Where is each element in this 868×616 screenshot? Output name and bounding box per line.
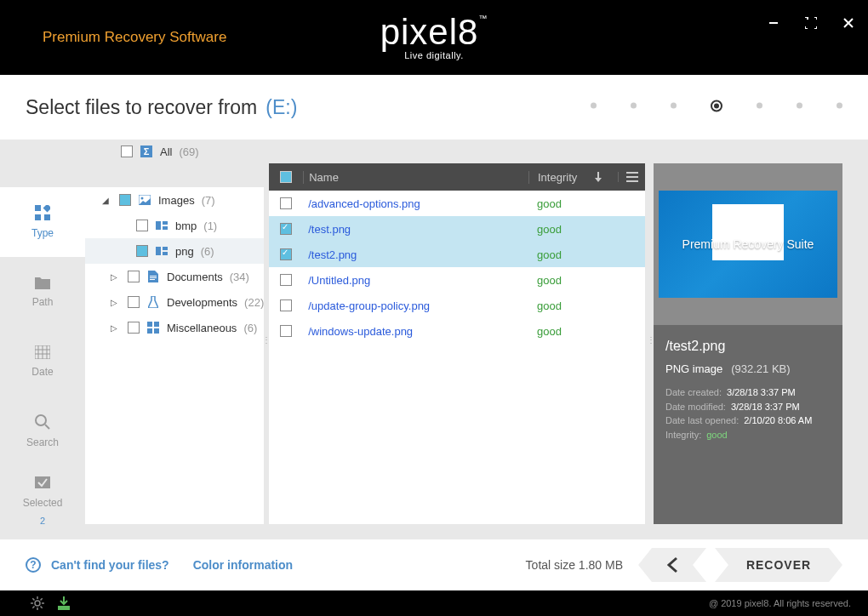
- tab-selected[interactable]: Selected 2: [0, 466, 85, 536]
- file-name: /update-group-policy.png: [303, 299, 528, 312]
- preview-panel: Premium Recovery Suite /test2.png PNG im…: [654, 163, 842, 524]
- category-tree: ◢ Images (7) bmp (1) png (6): [85, 187, 264, 524]
- checkbox[interactable]: [119, 194, 131, 206]
- file-row[interactable]: /windows-update.pnggood: [269, 318, 645, 344]
- tab-search[interactable]: Search: [0, 396, 85, 466]
- tab-path[interactable]: Path: [0, 257, 85, 327]
- settings-icon[interactable]: [31, 596, 44, 610]
- select-all-checkbox[interactable]: [280, 171, 292, 183]
- file-list-header: Name Integrity: [269, 163, 645, 191]
- checkbox[interactable]: [128, 271, 140, 282]
- tree-all-row[interactable]: Σ All (69): [85, 140, 264, 163]
- checkbox[interactable]: [128, 296, 140, 308]
- preview-metadata: /test2.png PNG image(932.21 KB) Date cre…: [654, 325, 842, 524]
- svg-rect-24: [150, 276, 157, 277]
- svg-rect-27: [147, 322, 152, 327]
- file-row[interactable]: /test.pnggood: [269, 216, 645, 242]
- logo: pixel8™ Live digitally.: [380, 14, 488, 60]
- file-integrity: good: [528, 248, 645, 261]
- tab-type[interactable]: Type: [0, 187, 85, 257]
- svg-rect-19: [163, 221, 168, 225]
- tree-node-images[interactable]: ◢ Images (7): [85, 187, 264, 213]
- file-row[interactable]: /Untitled.pnggood: [269, 267, 645, 293]
- checkbox[interactable]: [136, 220, 148, 231]
- svg-rect-33: [626, 180, 638, 182]
- checkbox[interactable]: [280, 197, 292, 209]
- tree-node-bmp[interactable]: bmp (1): [85, 213, 264, 238]
- checkbox[interactable]: [128, 322, 140, 334]
- svg-rect-0: [769, 22, 778, 24]
- apps-icon: [146, 322, 160, 334]
- minimize-button[interactable]: [766, 15, 781, 31]
- sort-down-icon: [594, 172, 602, 182]
- tree-node-png[interactable]: png (6): [85, 238, 264, 264]
- checkbox[interactable]: [280, 248, 292, 260]
- checkbox[interactable]: [280, 299, 292, 311]
- column-menu-button[interactable]: [618, 172, 645, 182]
- subheader: Select files to recover from (E:): [0, 75, 868, 140]
- file-row[interactable]: /advanced-options.pnggood: [269, 191, 645, 216]
- svg-rect-18: [156, 221, 161, 230]
- color-info-link[interactable]: Color information: [193, 558, 293, 572]
- file-integrity: good: [528, 197, 645, 210]
- tree-node-developments[interactable]: ▷ Developments (22): [85, 289, 264, 315]
- svg-rect-35: [58, 606, 70, 610]
- close-button[interactable]: [841, 15, 856, 31]
- preview-image: Premium Recovery Suite: [654, 163, 842, 325]
- col-name[interactable]: Name: [303, 171, 528, 184]
- file-integrity: good: [528, 325, 645, 338]
- maximize-button[interactable]: [803, 15, 819, 31]
- svg-rect-23: [163, 252, 168, 255]
- checkbox[interactable]: [280, 274, 292, 286]
- svg-point-34: [35, 601, 40, 606]
- download-icon[interactable]: [58, 596, 70, 610]
- svg-rect-25: [150, 277, 157, 278]
- flask-icon: [146, 296, 160, 308]
- total-size: Total size 1.80 MB: [526, 558, 623, 572]
- checkbox[interactable]: [121, 145, 133, 157]
- document-icon: [146, 271, 160, 282]
- view-tabs: Type Path Date Search Selected 2: [0, 140, 85, 539]
- help-icon[interactable]: ?: [26, 557, 41, 573]
- file-name: /advanced-options.png: [303, 197, 528, 210]
- svg-rect-31: [626, 172, 638, 174]
- filetype-icon: [155, 247, 168, 255]
- sigma-icon: Σ: [140, 145, 153, 157]
- step-dot: [797, 103, 802, 109]
- file-row[interactable]: /update-group-policy.pnggood: [269, 293, 645, 318]
- progress-indicator: [591, 103, 842, 112]
- svg-rect-30: [154, 328, 159, 334]
- collapse-icon[interactable]: ◢: [102, 196, 112, 205]
- grid-icon: [35, 205, 50, 220]
- tree-node-documents[interactable]: ▷ Documents (34): [85, 264, 264, 289]
- search-icon: [35, 414, 50, 430]
- checkbox[interactable]: [280, 325, 292, 337]
- svg-rect-20: [163, 226, 168, 230]
- tree-node-misc[interactable]: ▷ Miscellaneous (6): [85, 315, 264, 340]
- drive-label: (E:): [266, 96, 297, 119]
- tab-date[interactable]: Date: [0, 327, 85, 396]
- recover-button[interactable]: RECOVER: [715, 548, 842, 582]
- file-integrity: good: [528, 274, 645, 287]
- page-title: Select files to recover from: [26, 96, 257, 119]
- expand-icon[interactable]: ▷: [111, 323, 121, 333]
- action-bar: ? Can't find your files? Color informati…: [0, 539, 868, 590]
- checkbox[interactable]: [136, 245, 148, 257]
- file-list: Name Integrity /advanced-options.pnggood…: [269, 163, 645, 524]
- checkbox[interactable]: [280, 223, 292, 235]
- file-row[interactable]: /test2.pnggood: [269, 242, 645, 267]
- svg-point-17: [141, 197, 144, 200]
- copyright: @ 2019 pixel8. All rights reserved.: [709, 598, 851, 608]
- svg-rect-3: [35, 214, 41, 220]
- back-button[interactable]: [638, 548, 706, 582]
- step-dot: [757, 103, 762, 109]
- step-dot: [591, 103, 597, 109]
- preview-filename: /test2.png: [665, 339, 831, 354]
- expand-icon[interactable]: ▷: [111, 272, 121, 282]
- col-integrity[interactable]: Integrity: [528, 171, 618, 184]
- status-bar: @ 2019 pixel8. All rights reserved.: [0, 590, 868, 616]
- expand-icon[interactable]: ▷: [111, 298, 121, 307]
- file-integrity: good: [528, 223, 645, 236]
- svg-rect-21: [156, 247, 161, 255]
- cant-find-link[interactable]: Can't find your files?: [51, 558, 169, 572]
